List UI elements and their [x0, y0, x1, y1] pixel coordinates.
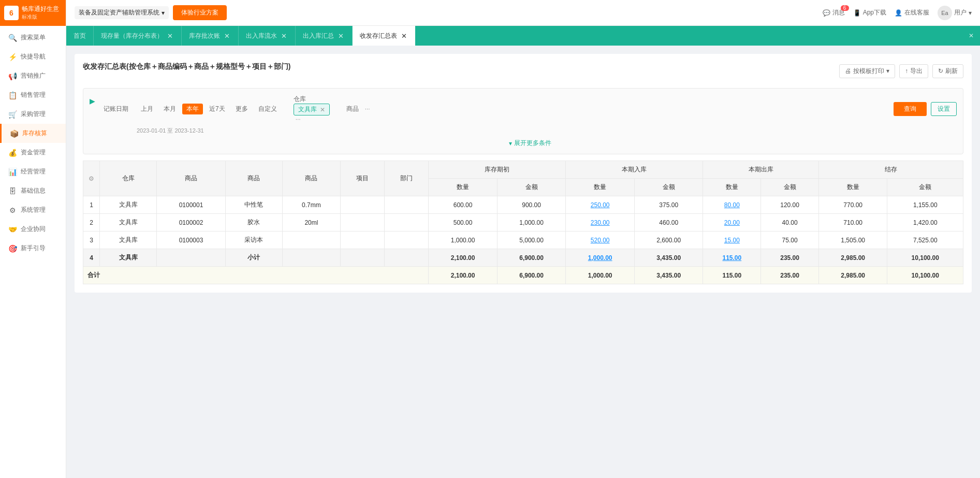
sidebar-item-inventory[interactable]: 📦 库存核算 — [0, 124, 66, 143]
footer-label: 合计 — [83, 267, 429, 284]
export-icon: ↑ — [905, 67, 908, 75]
refresh-icon: ↻ — [938, 67, 943, 75]
row-in-qty[interactable]: 230.00 — [566, 214, 635, 231]
header-right: 💬 消息 6 📱 App下载 👤 在线客服 Ea 用户 ▾ — [823, 6, 972, 20]
row-goods-name: 中性笔 — [225, 196, 282, 214]
sidebar-item-finance[interactable]: 💰 资金管理 — [0, 143, 66, 162]
row-no: 4 — [83, 249, 100, 267]
sidebar-item-search[interactable]: 🔍 搜索菜单 — [0, 28, 66, 47]
filter-row-goods: 商品 ··· — [346, 104, 372, 113]
shortcut-custom[interactable]: 自定义 — [254, 104, 281, 114]
warehouse-more-btn[interactable]: ··· — [294, 114, 303, 124]
refresh-btn[interactable]: ↻ 刷新 — [932, 64, 963, 78]
print-btn[interactable]: 🖨 按模板打印 ▾ — [839, 64, 895, 78]
export-btn[interactable]: ↑ 导出 — [899, 64, 928, 78]
row-balance-qty: 710.00 — [818, 214, 887, 231]
printer-icon: 🖨 — [845, 67, 851, 75]
sidebar-item-enterprise[interactable]: 🤝 企业协同 — [0, 220, 66, 239]
row-in-qty[interactable]: 520.00 — [566, 231, 635, 249]
goods-more-btn[interactable]: ··· — [363, 104, 372, 113]
online-service-action[interactable]: 👤 在线客服 — [895, 8, 929, 17]
shortcut-last-7[interactable]: 近7天 — [205, 104, 229, 114]
date-filter-label: 记账日期 — [104, 105, 128, 113]
sidebar-item-marketing[interactable]: 📢 营销推广 — [0, 66, 66, 85]
warehouse-tag-close[interactable]: ✕ — [320, 106, 325, 113]
row-opening-qty: 1,000.00 — [429, 231, 498, 249]
tab-inout-summary-close[interactable]: ✕ — [337, 32, 345, 40]
row-goods-name: 采访本 — [225, 231, 282, 249]
table-row: 4文具库小计2,100.006,900.001,000.003,435.0011… — [83, 249, 963, 267]
footer-row: 合计 2,100.00 6,900.00 1,000.00 3,435.00 1… — [83, 267, 963, 284]
user-label: 用户 — [954, 8, 967, 17]
system-title-dropdown[interactable]: 装备及固定资产辅助管理系统 ▾ — [75, 6, 169, 19]
row-opening-qty: 2,100.00 — [429, 249, 498, 267]
tab-inout-summary[interactable]: 出入库汇总 ✕ — [296, 26, 353, 46]
print-label: 按模板打印 — [853, 67, 884, 76]
shortcut-last-month[interactable]: 上月 — [137, 104, 157, 114]
shortcut-this-month[interactable]: 本月 — [159, 104, 180, 114]
user-avatar: Ea — [938, 6, 952, 20]
row-out-amt: 120.00 — [761, 196, 819, 214]
row-out-qty[interactable]: 115.00 — [703, 249, 761, 267]
sidebar-label-guide: 新手引导 — [21, 244, 46, 253]
row-out-amt: 40.00 — [761, 214, 819, 231]
row-project — [340, 196, 384, 214]
filter-toggle[interactable]: ▶ — [90, 97, 95, 105]
table-settings-icon[interactable]: ⚙ — [89, 175, 94, 182]
th-in-qty: 数量 — [566, 179, 635, 196]
basic-icon: 🗄 — [8, 187, 17, 195]
tab-inout-flow-label: 出入库流水 — [246, 32, 277, 40]
row-goods-code: 0100002 — [157, 214, 226, 231]
row-no: 1 — [83, 196, 100, 214]
tab-inout-summary-label: 出入库汇总 — [303, 32, 334, 40]
th-warehouse: 仓库 — [100, 161, 157, 196]
tab-inout-flow[interactable]: 出入库流水 ✕ — [239, 26, 296, 46]
sidebar-item-quicknav[interactable]: ⚡ 快捷导航 — [0, 47, 66, 66]
sidebar-item-basic[interactable]: 🗄 基础信息 — [0, 181, 66, 200]
settings-btn[interactable]: 设置 — [931, 102, 957, 116]
sidebar-item-sales[interactable]: 📋 销售管理 — [0, 85, 66, 105]
tab-receive-summary-close[interactable]: ✕ — [400, 32, 408, 40]
row-out-qty[interactable]: 80.00 — [703, 196, 761, 214]
app-download-action[interactable]: 📱 App下载 — [853, 8, 886, 17]
tab-inventory-dist-label: 现存量（库存分布表） — [101, 32, 163, 40]
tab-inventory-dist-close[interactable]: ✕ — [166, 32, 174, 40]
sidebar-label-marketing: 营销推广 — [21, 71, 46, 80]
row-in-qty[interactable]: 250.00 — [566, 196, 635, 214]
row-opening-amt: 1,000.00 — [497, 214, 566, 231]
warehouse-tag: 文具库 ✕ — [294, 104, 330, 115]
expand-btn[interactable]: ▾ 展开更多条件 — [104, 139, 957, 148]
row-out-qty[interactable]: 20.00 — [703, 214, 761, 231]
row-out-qty[interactable]: 15.00 — [703, 231, 761, 249]
row-warehouse: 文具库 — [100, 249, 157, 267]
sidebar-item-operation[interactable]: 📊 经营管理 — [0, 162, 66, 181]
sidebar: 6 畅库通好生意 标准版 🔍 搜索菜单 ⚡ 快捷导航 📢 营销推广 📋 销售管理… — [0, 0, 66, 478]
th-project: 项目 — [340, 161, 384, 196]
finance-icon: 💰 — [8, 149, 17, 157]
sidebar-item-purchase[interactable]: 🛒 采购管理 — [0, 105, 66, 124]
shortcut-this-year[interactable]: 本年 — [182, 104, 203, 114]
sidebar-item-system[interactable]: ⚙ 系统管理 — [0, 200, 66, 220]
th-dept: 部门 — [385, 161, 429, 196]
user-action[interactable]: Ea 用户 ▾ — [938, 6, 972, 20]
tab-inout-flow-close[interactable]: ✕ — [280, 32, 288, 40]
message-action[interactable]: 💬 消息 6 — [823, 8, 845, 17]
warehouse-tag-text: 文具库 — [298, 105, 317, 114]
query-btn[interactable]: 查询 — [894, 102, 927, 116]
tab-receive-summary[interactable]: 收发存汇总表 ✕ — [353, 26, 415, 46]
tab-batch[interactable]: 库存批次账 ✕ — [182, 26, 239, 46]
experience-btn[interactable]: 体验行业方案 — [173, 5, 227, 20]
guide-icon: 🎯 — [8, 244, 17, 253]
tab-home[interactable]: 首页 — [66, 26, 94, 46]
refresh-label: 刷新 — [945, 67, 958, 76]
close-all-tabs[interactable]: ✕ — [962, 26, 980, 46]
sidebar-item-guide[interactable]: 🎯 新手引导 — [0, 239, 66, 258]
row-in-qty[interactable]: 1,000.00 — [566, 249, 635, 267]
table-row: 3文具库0100003采访本1,000.005,000.00520.002,60… — [83, 231, 963, 249]
row-dept — [385, 214, 429, 231]
tab-batch-close[interactable]: ✕ — [223, 32, 231, 40]
tabbar: 首页 现存量（库存分布表） ✕ 库存批次账 ✕ 出入库流水 ✕ 出入库汇总 ✕ … — [66, 26, 980, 46]
system-icon: ⚙ — [8, 206, 17, 214]
shortcut-more[interactable]: 更多 — [231, 104, 252, 114]
tab-inventory-dist[interactable]: 现存量（库存分布表） ✕ — [94, 26, 182, 46]
